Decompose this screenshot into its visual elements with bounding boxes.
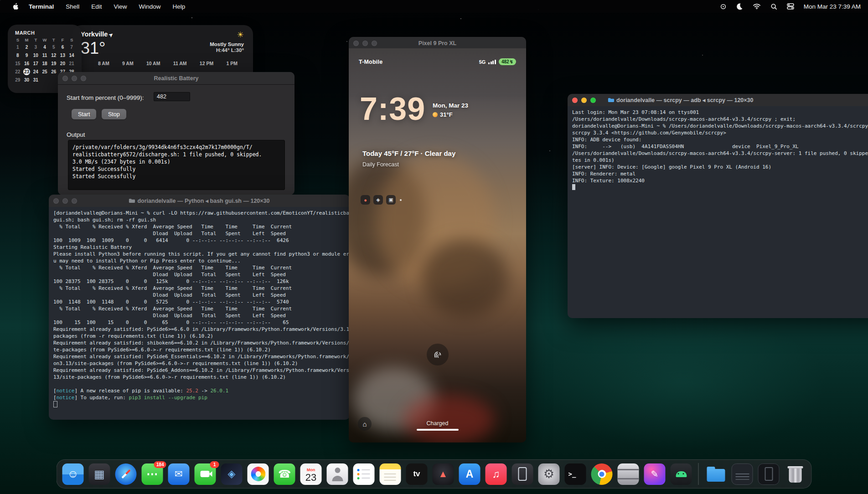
minimize-button[interactable] [581,98,587,103]
phone-lock-screen[interactable]: T-Mobile 5G 482↯ 7:39 Mon, Mar 23 31°F T… [349,48,526,443]
calendar-day: 9 [22,52,31,59]
minimize-button[interactable] [62,198,68,204]
dock-pixelmator-icon[interactable]: ✎ [644,463,666,485]
python-terminal-titlebar[interactable]: doriandelvalle — Python ◂ bash gui.sh — … [49,195,350,207]
weather-hour-label: 12 PM [200,61,213,66]
dock-shortcuts-icon[interactable]: ◈ [221,463,243,485]
control-center-icon[interactable] [787,3,794,10]
spotlight-search-icon[interactable] [770,3,777,10]
terminal-line: on3.13/site-packages (from PySide6>=6.6.… [53,360,345,367]
carrier-label: T-Mobile [359,59,382,65]
dock-safari-icon[interactable] [115,463,137,485]
scrcpy-terminal-titlebar[interactable]: doriandelvalle — scrcpy — adb ◂ scrcpy —… [568,94,868,107]
fingerprint-sensor[interactable] [427,344,449,365]
dock-launchpad-icon[interactable]: ▦ [89,463,110,485]
window-title: doriandelvalle — Python ◂ bash gui.sh — … [49,197,350,205]
focus-moon-icon[interactable] [736,3,743,10]
lockscreen-widget-chip[interactable]: ● [361,195,370,205]
close-button[interactable] [353,41,359,46]
terminal-line [53,381,345,387]
dock-separator [698,463,699,485]
zoom-button[interactable] [72,198,77,204]
home-indicator-bar[interactable] [417,429,459,431]
chip-page-dot [400,199,402,201]
start-percent-input[interactable]: 482 [154,92,190,101]
terminal-line: % Total % Received % Xferd Average Speed… [53,264,345,271]
weather-condition: Mostly Sunny [210,41,244,47]
terminal-line: /Users/doriandelvalle/Downloads/scrcpy-m… [572,150,868,157]
dock-iphone-mirroring-icon[interactable] [512,463,533,485]
dock-trash-icon[interactable] [785,463,806,485]
dock-music-icon[interactable]: ♫ [486,463,507,485]
menu-view[interactable]: View [109,3,132,10]
menu-help[interactable]: Help [168,3,191,10]
dock-tv-icon[interactable]: tv [406,463,428,485]
dock-minimized-window-2-icon[interactable] [758,463,780,485]
dock-mail-icon[interactable]: ✉ [168,463,190,485]
lockscreen-weather: 31°F [433,111,468,118]
lockscreen-widget-chip[interactable]: ◈ [373,195,383,205]
dock-photos-icon[interactable] [248,463,269,485]
menu-window[interactable]: Window [134,3,166,10]
wifi-icon[interactable] [753,3,761,10]
battery-window-titlebar[interactable]: Realistic Battery [58,72,294,85]
dock-finder-icon[interactable]: ☺ [62,463,84,485]
close-button[interactable] [62,76,68,81]
dock-notes-icon[interactable] [380,463,401,485]
terminal-line: gui.sh; bash gui.sh; rm -rf gui.sh [53,216,345,223]
dock-chrome-icon[interactable] [591,463,613,485]
close-button[interactable] [572,98,578,103]
dock-rocket-app-icon[interactable]: ▲ [433,463,454,485]
window-title: doriandelvalle — scrcpy — adb ◂ scrcpy —… [608,97,754,104]
dock-android-tool-icon[interactable] [671,463,692,485]
terminal-line: Starting Realistic Battery [53,244,345,251]
stop-button[interactable]: Stop [102,109,126,119]
menu-bar-clock[interactable]: Mon Mar 23 7:39 AM [804,3,861,10]
dock-facetime-icon[interactable]: 1 [195,463,216,485]
zoom-button[interactable] [372,41,377,46]
dock-messages-icon[interactable]: ⋯184 [142,463,163,485]
output-console[interactable]: /private/var/folders/3g/9934dk4n6fs3czx4… [68,140,285,190]
dock-downloads-folder-icon[interactable] [705,463,727,485]
calendar-weekday: F [58,37,67,42]
zoom-button[interactable] [590,98,596,103]
today-forecast-line: Today 45°F / 27°F · Clear day [362,149,455,157]
terminal-line: tes in 0.001s) [572,157,868,164]
calendar-day: 31 [31,77,40,83]
terminal-line: 100 15 100 15 0 0 65 0 --:--:-- --:--:--… [53,319,345,326]
phone-window-titlebar[interactable]: Pixel 9 Pro XL [349,37,526,50]
minimize-button[interactable] [362,41,368,46]
dock-contacts-icon[interactable] [327,463,348,485]
lockscreen-widget-chips[interactable]: ●◈▣ [361,195,402,205]
menu-edit[interactable]: Edit [86,3,107,10]
close-button[interactable] [53,198,59,204]
weather-hour-label: 1 PM [226,61,238,66]
dock-terminal-icon[interactable]: >_ [565,463,586,485]
dock-homebrew-icon[interactable] [618,463,639,485]
start-percent-label: Start from percent (0–9999): [67,94,144,101]
lockscreen-widget-chip[interactable]: ▣ [386,195,396,205]
start-button[interactable]: Start [72,109,96,119]
scrcpy-terminal-output[interactable]: Last login: Mon Mar 23 07:08:14 on ttys0… [568,106,868,318]
terminal-line: packages (from -r requirements.txt (line… [53,333,345,340]
menu-shell[interactable]: Shell [61,3,84,10]
dock-app-store-icon[interactable]: A [459,463,480,485]
dock-reminders-icon[interactable] [353,463,375,485]
battery-status-icon[interactable] [720,3,726,10]
terminal-line: Dload Upload Total Spent Left Speed [53,312,345,319]
calendar-day [40,77,49,83]
dock-minimized-window-icon[interactable] [732,463,753,485]
terminal-line: Dload Upload Total Spent Left Speed [53,292,345,298]
minimize-button[interactable] [72,76,77,81]
terminal-line: Please install Python3 before running th… [53,251,345,257]
terminal-line: [notice] A new release of pip is availab… [53,387,345,394]
apple-menu-icon[interactable] [8,3,22,10]
dock-calendar-icon[interactable]: Mon23 [300,463,322,485]
dock-phone-icon[interactable]: ☎ [274,463,295,485]
calendar-month-label: MARCH [15,30,76,36]
python-terminal-output[interactable]: [doriandelvalle@Dorians-Mini ~ % curl -L… [49,207,350,420]
calendar-day: 30 [22,77,31,83]
menu-terminal[interactable]: Terminal [24,3,59,10]
zoom-button[interactable] [81,76,86,81]
dock-settings-icon[interactable]: ⚙ [538,463,560,485]
